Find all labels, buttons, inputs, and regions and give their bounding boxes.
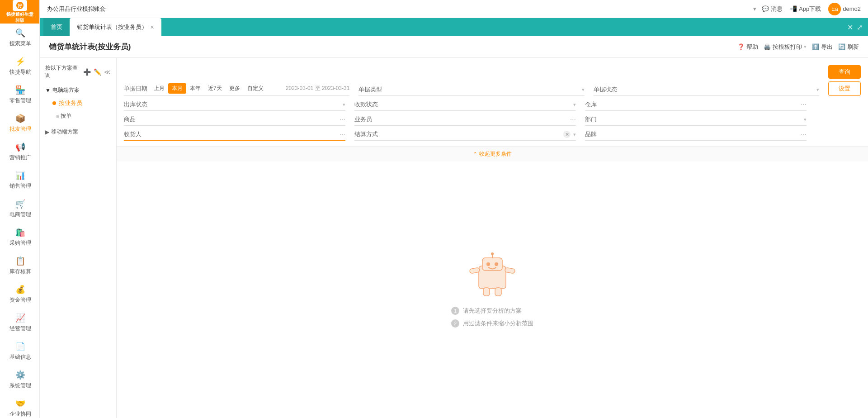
tip-num-1: 1: [451, 307, 459, 315]
query-button-2[interactable]: 查询: [828, 65, 861, 79]
tab-home[interactable]: 首页: [43, 18, 70, 36]
empty-tips: 1 请先选择要分析的方案 2 用过滤条件来缩小分析范围: [451, 307, 533, 328]
help-label: 帮助: [746, 43, 758, 51]
settlement-field[interactable]: 结算方式 ✕ ▾: [354, 130, 576, 141]
collapse-panel-button[interactable]: ≪: [104, 68, 111, 76]
out-status-field[interactable]: 出库状态 ▾: [124, 100, 345, 111]
payment-status-field[interactable]: 收款状态 ▾: [354, 100, 576, 111]
salesperson-dots[interactable]: ···: [570, 116, 576, 123]
sidebar-item-label: 营销推广: [9, 154, 31, 162]
brand-field[interactable]: 品牌 ···: [585, 130, 807, 141]
settlement-field-wrap: 结算方式 ✕ ▾: [354, 130, 576, 141]
sidebar-item-finance[interactable]: 💰 资金管理: [0, 280, 40, 309]
collapse-bar[interactable]: ⌃ 收起更多条件: [117, 146, 868, 162]
consignee-field[interactable]: 收货人 ···: [124, 130, 345, 141]
sidebar-item-label: 资金管理: [9, 296, 31, 304]
expand-icon: ▼: [45, 87, 51, 94]
sidebar-item-sales[interactable]: 📊 销售管理: [0, 166, 40, 195]
salesperson-field[interactable]: 业务员 ···: [354, 115, 576, 126]
settlement-clear-button[interactable]: ✕: [563, 131, 571, 138]
template-print-button[interactable]: 🖨️ 按模板打印 ▾: [764, 43, 807, 51]
empty-tip-1: 1 请先选择要分析的方案: [451, 307, 533, 315]
out-status-label: 出库状态: [124, 100, 147, 109]
sidebar-item-basic-info[interactable]: 📄 基础信息: [0, 337, 40, 366]
sidebar-item-purchase[interactable]: 🛍️ 采购管理: [0, 223, 40, 252]
logo-subtitle: 标版: [15, 17, 24, 24]
warehouse-field[interactable]: 仓库 ···: [585, 100, 807, 111]
sidebar-item-operations[interactable]: 📈 经营管理: [0, 309, 40, 337]
warehouse-dots[interactable]: ···: [801, 101, 807, 108]
empty-state: 1 请先选择要分析的方案 2 用过滤条件来缩小分析范围: [117, 162, 868, 418]
period-last-month[interactable]: 上月: [150, 83, 168, 94]
logo-icon: 好: [13, 0, 27, 11]
sidebar-item-label: 基础信息: [9, 353, 31, 361]
filter-area: 单据日期 上月 本月 本年 近7天 更多 自定义 2023-03-01 至 20…: [117, 58, 868, 418]
sidebar-item-system[interactable]: ⚙️ 系统管理: [0, 366, 40, 394]
doc-status-label: 单据状态: [594, 86, 617, 94]
sidebar-item-ecommerce[interactable]: 🛒 电商管理: [0, 195, 40, 223]
sidebar-item-search[interactable]: 🔍 搜索菜单: [0, 24, 40, 52]
goods-field[interactable]: 商品 ···: [124, 115, 345, 126]
mobile-scheme-group-title[interactable]: ▶ 移动端方案: [40, 126, 116, 138]
message-button[interactable]: 💬 消息: [762, 5, 783, 13]
sidebar-item-cooperation[interactable]: 🤝 企业协同: [0, 394, 40, 418]
tab-close-icon[interactable]: ✕: [150, 24, 154, 30]
brand-field-wrap: 品牌 ···: [585, 130, 807, 141]
brand-dots[interactable]: ···: [801, 131, 807, 138]
edit-scheme-button[interactable]: ✏️: [94, 68, 101, 76]
template-print-arrow: ▾: [804, 44, 807, 50]
wholesale-icon: 📦: [15, 114, 25, 124]
consignee-dots[interactable]: ···: [340, 131, 345, 138]
tab-sales-stat[interactable]: 销货单统计表（按业务员） ✕: [70, 18, 161, 36]
out-status-field-wrap: 出库状态 ▾: [124, 100, 345, 111]
settings-button-2[interactable]: 设置: [828, 81, 861, 96]
user-profile-button[interactable]: Ea demo2: [828, 3, 861, 15]
retail-icon: 🏪: [15, 85, 25, 95]
date-range-text: 2023-03-01 至 2023-03-31: [286, 85, 349, 92]
doc-type-field-wrap: 单据类型 ▾: [359, 86, 584, 96]
desktop-scheme-group-title[interactable]: ▼ 电脑端方案: [40, 84, 116, 96]
sidebar-item-label: 企业协同: [9, 410, 31, 418]
doc-status-field-wrap: 单据状态 ▾: [594, 86, 819, 96]
scheme-sub-item-order[interactable]: ≡ 按单: [40, 110, 116, 122]
out-status-arrow: ▾: [343, 102, 345, 108]
sidebar-item-quick-nav[interactable]: ⚡ 快捷导航: [0, 52, 40, 81]
tab-maximize-button[interactable]: ⤢: [857, 23, 863, 32]
sales-icon: 📊: [15, 171, 25, 180]
sidebar-item-marketing[interactable]: 📢 营销推广: [0, 138, 40, 166]
svg-point-7: [491, 252, 494, 255]
user-label: demo2: [843, 5, 861, 12]
left-panel: 按以下方案查询 ➕ ✏️ ≪ ▼ 电脑端方案 按业务员 ≡: [40, 58, 117, 418]
add-scheme-button[interactable]: ➕: [83, 68, 91, 76]
sidebar-item-label: 库存核算: [9, 268, 31, 276]
cooperation-icon: 🤝: [15, 399, 25, 408]
doc-type-field[interactable]: 单据类型 ▾: [359, 86, 584, 96]
period-this-month[interactable]: 本月: [168, 83, 186, 94]
refresh-button[interactable]: 🔄 刷新: [838, 43, 859, 51]
department-field-wrap: 部门 ▾: [585, 115, 807, 126]
export-button[interactable]: ⬆️ 导出: [812, 43, 833, 51]
empty-illustration: [465, 252, 519, 298]
workspace-dropdown-icon[interactable]: ▾: [753, 5, 756, 12]
period-7days[interactable]: 近7天: [204, 83, 226, 94]
department-field[interactable]: 部门 ▾: [585, 115, 807, 126]
panel-header: 按以下方案查询 ➕ ✏️ ≪: [40, 62, 116, 82]
scheme-item-salesperson[interactable]: 按业务员: [40, 96, 116, 110]
sidebar-item-label: 搜索菜单: [9, 40, 31, 48]
goods-dots[interactable]: ···: [340, 116, 345, 123]
period-this-year[interactable]: 本年: [186, 83, 204, 94]
period-more[interactable]: 更多: [226, 83, 244, 94]
sidebar-item-wholesale[interactable]: 📦 批发管理: [0, 109, 40, 138]
doc-status-field[interactable]: 单据状态 ▾: [594, 86, 819, 96]
sidebar-item-inventory[interactable]: 📋 库存核算: [0, 252, 40, 280]
desktop-scheme-label: 电脑端方案: [52, 86, 80, 94]
help-button[interactable]: ❓ 帮助: [737, 43, 758, 51]
export-icon: ⬆️: [812, 43, 819, 50]
period-custom[interactable]: 自定义: [244, 83, 267, 94]
doc-type-arrow: ▾: [582, 87, 585, 93]
app-download-button[interactable]: 📲 App下载: [790, 5, 821, 13]
tab-close-all-button[interactable]: ✕: [847, 23, 853, 32]
sidebar-item-retail[interactable]: 🏪 零售管理: [0, 81, 40, 109]
topbar-right: 💬 消息 📲 App下载 Ea demo2: [762, 3, 861, 15]
desktop-scheme-group: ▼ 电脑端方案 按业务员 ≡ 按单: [40, 82, 116, 124]
